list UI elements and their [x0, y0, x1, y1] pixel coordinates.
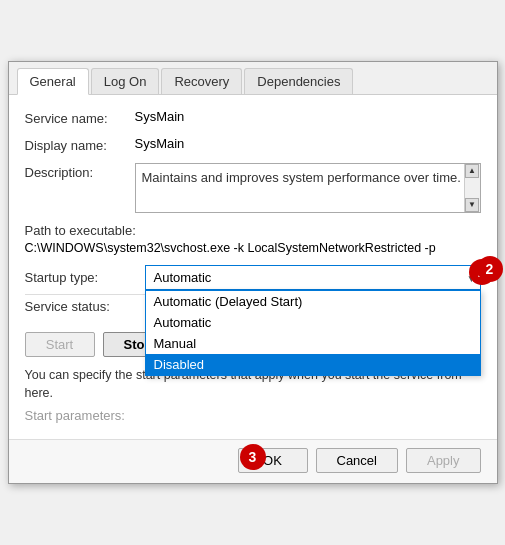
- option-auto-delayed[interactable]: Automatic (Delayed Start): [146, 291, 480, 312]
- display-name-row: Display name: SysMain: [25, 136, 481, 153]
- tab-logon[interactable]: Log On: [91, 68, 160, 94]
- option-automatic[interactable]: Automatic: [146, 312, 480, 333]
- scroll-down-arrow[interactable]: ▼: [465, 198, 479, 212]
- cancel-button[interactable]: Cancel: [316, 448, 398, 473]
- path-value: C:\WINDOWS\system32\svchost.exe -k Local…: [25, 241, 481, 255]
- start-button[interactable]: Start: [25, 332, 95, 357]
- startup-dropdown-list[interactable]: Automatic (Delayed Start) Automatic Manu…: [145, 290, 481, 376]
- startup-dropdown[interactable]: Automatic: [145, 265, 481, 290]
- dialog-window: General Log On Recovery Dependencies Ser…: [8, 61, 498, 484]
- description-label: Description:: [25, 163, 135, 180]
- display-name-label: Display name:: [25, 136, 135, 153]
- option-manual[interactable]: Manual: [146, 333, 480, 354]
- apply-button[interactable]: Apply: [406, 448, 481, 473]
- params-label: Start parameters:: [25, 408, 481, 423]
- service-name-label: Service name:: [25, 109, 135, 126]
- bottom-buttons: 3 OK Cancel Apply: [9, 439, 497, 483]
- tab-content: Service name: SysMain Display name: SysM…: [9, 95, 497, 439]
- service-status-label: Service status:: [25, 299, 135, 314]
- badge-2: 2: [477, 256, 503, 282]
- startup-section: Startup type: Automatic ▼ 1 Automatic (D…: [25, 265, 481, 314]
- description-text: Maintains and improves system performanc…: [142, 170, 461, 185]
- service-name-value: SysMain: [135, 109, 481, 124]
- description-scrollbar[interactable]: ▲ ▼: [464, 164, 480, 212]
- startup-dropdown-wrapper: Automatic ▼ 1 Automatic (Delayed Start) …: [145, 265, 481, 290]
- option-disabled[interactable]: Disabled: [146, 354, 480, 375]
- startup-type-label: Startup type:: [25, 270, 135, 285]
- path-label: Path to executable:: [25, 223, 481, 238]
- startup-row: Startup type: Automatic ▼ 1 Automatic (D…: [25, 265, 481, 290]
- tab-general[interactable]: General: [17, 68, 89, 95]
- service-name-row: Service name: SysMain: [25, 109, 481, 126]
- description-row: Description: Maintains and improves syst…: [25, 163, 481, 213]
- path-section: Path to executable: C:\WINDOWS\system32\…: [25, 223, 481, 255]
- description-box[interactable]: Maintains and improves system performanc…: [135, 163, 481, 213]
- tab-dependencies[interactable]: Dependencies: [244, 68, 353, 94]
- scroll-up-arrow[interactable]: ▲: [465, 164, 479, 178]
- tab-recovery[interactable]: Recovery: [161, 68, 242, 94]
- badge-3: 3: [240, 444, 266, 470]
- tab-bar: General Log On Recovery Dependencies: [9, 62, 497, 95]
- display-name-value: SysMain: [135, 136, 481, 151]
